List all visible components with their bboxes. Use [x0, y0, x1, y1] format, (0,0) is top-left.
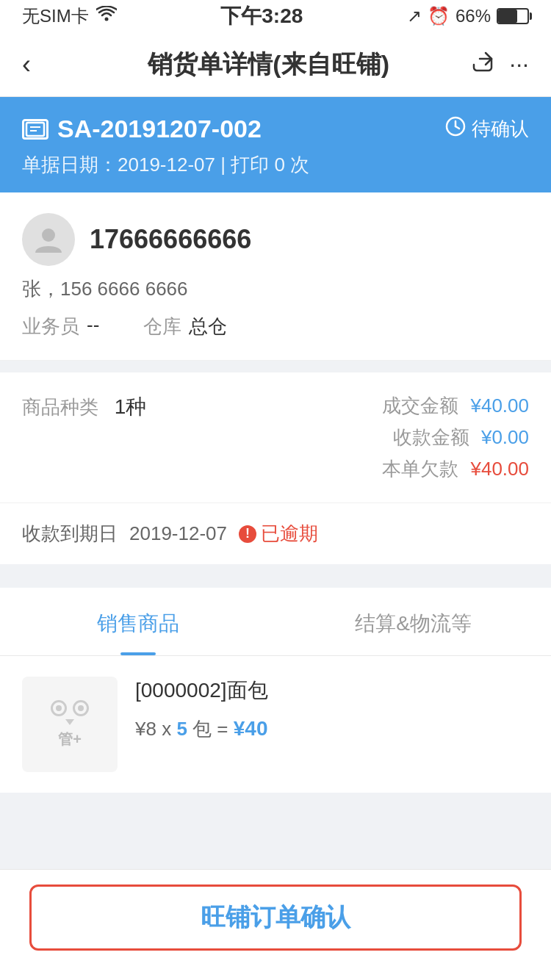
- carrier-text: 无SIM卡: [22, 4, 89, 28]
- warehouse-label: 仓库: [143, 314, 181, 339]
- divider-2: [0, 564, 551, 576]
- price-multiply: x: [162, 718, 176, 740]
- customer-meta: 业务员 -- 仓库 总仓: [22, 314, 529, 339]
- customer-name: 张，156 6666 6666: [22, 276, 529, 302]
- received-amount-value: ¥0.00: [481, 426, 529, 449]
- alarm-icon: ⏰: [428, 6, 450, 26]
- received-amount-row: 收款金额 ¥0.00: [393, 425, 529, 450]
- overdue-badge: ! 已逾期: [239, 521, 318, 547]
- customer-section: 17666666666 张，156 6666 6666 业务员 -- 仓库 总仓: [0, 192, 551, 361]
- battery-icon: [497, 8, 529, 24]
- tab-settlement-logistics[interactable]: 结算&物流等: [276, 588, 551, 655]
- owl-brand-text: 管+: [58, 729, 82, 749]
- nav-actions: ···: [471, 50, 529, 79]
- tabs-row: 销售商品 结算&物流等: [0, 588, 551, 656]
- summary-grid: 商品种类 1种 成交金额 ¥40.00 收款金额 ¥0.00 本单欠款 ¥40.…: [22, 393, 529, 482]
- avatar: [22, 213, 75, 266]
- svg-point-0: [104, 18, 108, 21]
- order-date: 单据日期：2019-12-07 | 打印 0 次: [22, 152, 529, 178]
- equals-sign: =: [217, 718, 233, 740]
- owl-eye-left: [51, 700, 67, 716]
- nav-bar: ‹ 销货单详情(来自旺铺) ···: [0, 32, 551, 97]
- order-header: SA-20191207-002 待确认 单据日期：2019-12-07 | 打印…: [0, 97, 551, 192]
- svg-line-7: [455, 126, 459, 129]
- more-button[interactable]: ···: [509, 51, 529, 78]
- divider-1: [0, 361, 551, 372]
- customer-phone[interactable]: 17666666666: [90, 224, 251, 255]
- deal-amount-label: 成交金额: [382, 393, 458, 419]
- summary-section: 商品种类 1种 成交金额 ¥40.00 收款金额 ¥0.00 本单欠款 ¥40.…: [0, 372, 551, 502]
- quantity-value: 5: [176, 718, 187, 740]
- share-button[interactable]: [471, 50, 494, 79]
- received-amount-label: 收款金额: [393, 425, 469, 450]
- order-header-top: SA-20191207-002 待确认: [22, 115, 529, 143]
- due-section: 收款到期日 2019-12-07 ! 已逾期: [0, 502, 551, 564]
- product-info: [0000002]面包 ¥8 x 5 包 = ¥40: [135, 677, 529, 742]
- svg-rect-2: [26, 123, 44, 136]
- bottom-bar: 旺铺订单确认: [0, 869, 551, 980]
- time-display: 下午3:28: [220, 2, 303, 30]
- wifi-icon: [96, 6, 117, 26]
- tab-sales-products[interactable]: 销售商品: [0, 588, 276, 655]
- product-thumbnail: 管+: [22, 677, 118, 772]
- product-types-value: 1种: [115, 395, 147, 418]
- product-thumb-owl: 管+: [51, 700, 89, 749]
- product-price: ¥8 x 5 包 = ¥40: [135, 716, 529, 742]
- owed-amount-value: ¥40.00: [470, 458, 529, 480]
- order-icon: [22, 119, 48, 140]
- status-left: 无SIM卡: [22, 4, 117, 28]
- total-value: ¥40: [234, 717, 268, 740]
- product-types-label: 商品种类: [22, 396, 98, 418]
- price-value: ¥8: [135, 718, 156, 740]
- product-item: 管+ [0000002]面包 ¥8 x 5 包 = ¥40: [0, 656, 551, 793]
- clock-icon: [445, 116, 466, 142]
- order-id: SA-20191207-002: [22, 115, 262, 143]
- owl-eye-right: [73, 700, 89, 716]
- battery-percentage: 66%: [455, 6, 491, 26]
- owl-eyes: [51, 700, 89, 716]
- tabs-section: 销售商品 结算&物流等 管+ [0000002]面包 ¥8 x 5 包: [0, 588, 551, 793]
- owl-beak: [65, 719, 74, 725]
- status-bar: 无SIM卡 下午3:28 ↗ ⏰ 66%: [0, 0, 551, 32]
- confirm-order-button[interactable]: 旺铺订单确认: [29, 884, 522, 951]
- page-title: 销货单详情(来自旺铺): [66, 48, 471, 82]
- status-right: ↗ ⏰ 66%: [407, 6, 529, 26]
- location-icon: ↗: [407, 6, 422, 26]
- sales-rep-label: 业务员: [22, 314, 79, 339]
- overdue-text: 已逾期: [261, 521, 318, 547]
- svg-point-8: [42, 228, 55, 242]
- overdue-icon: !: [239, 525, 256, 543]
- deal-amount-value: ¥40.00: [470, 394, 529, 417]
- product-types: 商品种类 1种: [22, 393, 146, 421]
- amount-summary: 成交金额 ¥40.00 收款金额 ¥0.00 本单欠款 ¥40.00: [382, 393, 529, 482]
- due-date-label: 收款到期日: [22, 521, 118, 547]
- order-status: 待确认: [445, 116, 529, 142]
- due-date-value: 2019-12-07: [129, 522, 227, 545]
- customer-row: 17666666666: [22, 213, 529, 266]
- back-button[interactable]: ‹: [22, 49, 66, 80]
- sales-rep: 业务员 --: [22, 314, 99, 339]
- warehouse-value: 总仓: [189, 314, 227, 339]
- warehouse: 仓库 总仓: [143, 314, 227, 339]
- product-name: [0000002]面包: [135, 677, 529, 705]
- status-text: 待确认: [472, 116, 529, 142]
- unit-text: 包: [192, 718, 212, 740]
- owed-amount-label: 本单欠款: [382, 456, 458, 482]
- deal-amount-row: 成交金额 ¥40.00: [382, 393, 529, 419]
- owed-amount-row: 本单欠款 ¥40.00: [382, 456, 529, 482]
- sales-rep-value: --: [87, 314, 99, 339]
